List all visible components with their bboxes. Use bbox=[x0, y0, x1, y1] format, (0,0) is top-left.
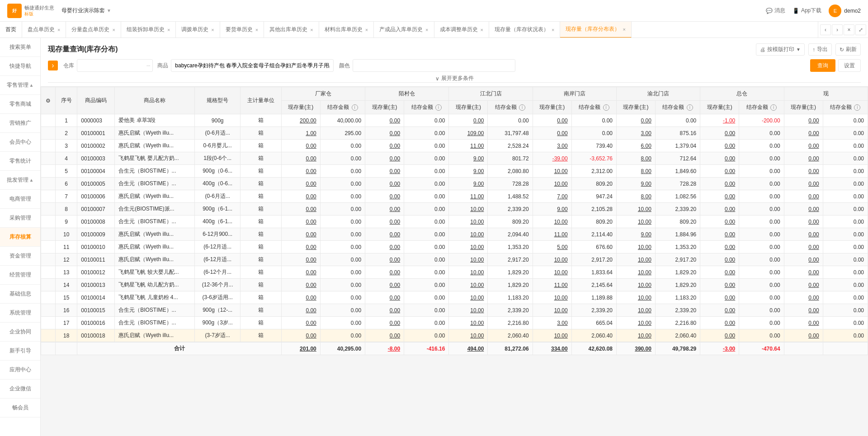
sidebar-item-member[interactable]: 会员中心 bbox=[0, 133, 40, 152]
main-layout: 搜索英单 快捷导航 零售管理 ▲ 零售商城 营销推广 会员中心 零售统计 批发管… bbox=[0, 38, 868, 436]
tab-prev-btn[interactable]: ‹ bbox=[820, 24, 831, 35]
refresh-btn[interactable]: ↻ 刷新 bbox=[835, 43, 861, 56]
table-cell: 0.00 bbox=[533, 127, 571, 140]
settings-icon[interactable]: ⚙ bbox=[46, 98, 51, 104]
table-cell: 0.00 bbox=[404, 279, 449, 291]
info-icon-c3[interactable]: i bbox=[519, 104, 525, 111]
sidebar-item-collab[interactable]: 企业协同 bbox=[0, 323, 40, 342]
sidebar-item-marketing[interactable]: 营销推广 bbox=[0, 114, 40, 133]
info-icon-c4[interactable]: i bbox=[603, 104, 609, 111]
table-cell: 0.00 bbox=[823, 216, 868, 228]
sidebar-item-wechat[interactable]: 企业微信 bbox=[0, 380, 40, 398]
app-download-btn[interactable]: 📱 App下载 bbox=[793, 7, 821, 14]
table-cell: 809.20 bbox=[571, 216, 616, 228]
sidebar-item-appcenter[interactable]: 应用中心 bbox=[0, 361, 40, 380]
sidebar-item-retail-mall[interactable]: 零售商城 bbox=[0, 95, 40, 114]
sidebar-item-retail-stats[interactable]: 零售统计 bbox=[0, 152, 40, 171]
close-tab-8[interactable]: × bbox=[425, 27, 428, 33]
table-cell: 0.00 bbox=[823, 304, 868, 317]
tab-1[interactable]: 盘点单历史 × bbox=[22, 22, 66, 38]
tab-home[interactable]: 首页 bbox=[0, 22, 22, 38]
export-btn[interactable]: ↑ 导出 bbox=[808, 43, 832, 56]
table-cell bbox=[41, 329, 56, 342]
tab-5[interactable]: 要货单历史 × bbox=[220, 22, 264, 38]
table-cell: 0.00 bbox=[320, 317, 365, 329]
expand-filter-btn[interactable]: › bbox=[48, 61, 58, 70]
info-icon-c1[interactable]: i bbox=[352, 104, 358, 111]
expand-more-btn[interactable]: ∨ 展开更多条件 bbox=[48, 75, 861, 82]
close-tab-9[interactable]: × bbox=[481, 27, 483, 33]
app-icon: 📱 bbox=[793, 8, 799, 14]
info-icon-c6[interactable]: i bbox=[770, 104, 777, 111]
tab-2[interactable]: 分量盘点单历史 × bbox=[66, 22, 121, 38]
goods-input[interactable] bbox=[171, 59, 334, 72]
table-cell bbox=[41, 178, 56, 190]
table-cell: 1,082.56 bbox=[655, 190, 700, 203]
close-tab-3[interactable]: × bbox=[167, 27, 170, 33]
sidebar-item-search[interactable]: 搜索英单 bbox=[0, 38, 40, 57]
sidebar-item-vip[interactable]: 畅会员 bbox=[0, 398, 40, 417]
table-cell: 0.00 bbox=[700, 317, 739, 329]
sidebar-item-finance[interactable]: 资金管理 bbox=[0, 247, 40, 266]
sidebar-item-basic-info[interactable]: 基础信息 bbox=[0, 285, 40, 304]
tab-10[interactable]: 现存量（库存状况表） × bbox=[489, 22, 560, 38]
tab-next-btn[interactable]: › bbox=[832, 24, 843, 35]
table-cell: 0.00 bbox=[449, 114, 488, 127]
tab-9[interactable]: 成本调整单历史 × bbox=[434, 22, 489, 38]
print-btn[interactable]: 🖨 按模版打印 ▼ bbox=[756, 43, 805, 56]
table-cell: 8.00 bbox=[617, 152, 656, 165]
table-cell: 295.00 bbox=[320, 127, 365, 140]
tab-11[interactable]: 现存量（库存分布表） × bbox=[560, 22, 631, 38]
tab-4[interactable]: 调拨单历史 × bbox=[176, 22, 220, 38]
page-title-row: 现存量查询(库存分布) 🖨 按模版打印 ▼ ↑ 导出 ↻ 刷新 bbox=[48, 43, 861, 56]
color-input[interactable] bbox=[353, 59, 515, 72]
tab-7[interactable]: 材料出库单历史 × bbox=[319, 22, 374, 38]
chevron-down-icon-print: ▼ bbox=[796, 47, 801, 52]
info-icon-c5[interactable]: i bbox=[687, 104, 693, 111]
close-tab-2[interactable]: × bbox=[112, 27, 115, 33]
message-btn[interactable]: 💬 消息 bbox=[766, 7, 785, 14]
th-settings[interactable]: ⚙ bbox=[41, 87, 56, 114]
close-tab-4[interactable]: × bbox=[211, 27, 214, 33]
tab-close-btn[interactable]: × bbox=[844, 24, 854, 35]
industry-selector[interactable]: 母婴行业演示陈套 ▼ bbox=[61, 7, 111, 14]
table-cell: 箱 bbox=[241, 127, 282, 140]
sidebar-item-purchase[interactable]: 采购管理 bbox=[0, 209, 40, 228]
close-tab-11[interactable]: × bbox=[623, 27, 625, 32]
close-tab-1[interactable]: × bbox=[57, 27, 60, 33]
tab-6[interactable]: 其他出库单历史 × bbox=[264, 22, 319, 38]
info-icon-c2[interactable]: i bbox=[435, 104, 442, 111]
sidebar-item-system[interactable]: 系统管理 bbox=[0, 304, 40, 323]
warehouse-input[interactable] bbox=[77, 59, 153, 72]
info-icon-c7[interactable]: i bbox=[854, 104, 860, 111]
table-cell: 5.00 bbox=[533, 241, 571, 253]
table-cell: 00100001 bbox=[77, 127, 115, 140]
setting-button[interactable]: 设置 bbox=[838, 59, 861, 72]
sidebar-item-guide[interactable]: 新手引导 bbox=[0, 342, 40, 361]
search-button[interactable]: 查询 bbox=[810, 59, 835, 72]
close-tab-7[interactable]: × bbox=[365, 27, 368, 33]
tab-3[interactable]: 组装拆卸单历史 × bbox=[121, 22, 176, 38]
sidebar-item-operations[interactable]: 经营管理 bbox=[0, 266, 40, 285]
sidebar-item-quicknav[interactable]: 快捷导航 bbox=[0, 57, 40, 76]
table-cell: 10.00 bbox=[617, 216, 656, 228]
table-cell: 箱 bbox=[241, 241, 282, 253]
tab-expand-btn[interactable]: ⤢ bbox=[855, 24, 866, 35]
close-tab-6[interactable]: × bbox=[310, 27, 313, 33]
user-profile[interactable]: E demo2 bbox=[829, 5, 861, 17]
tab-8[interactable]: 产成品入库单历史 × bbox=[374, 22, 434, 38]
sidebar-item-wholesale[interactable]: 批发管理 ▲ bbox=[0, 171, 40, 190]
close-tab-10[interactable]: × bbox=[552, 27, 554, 33]
close-tab-5[interactable]: × bbox=[255, 27, 258, 33]
table-cell: 箱 bbox=[241, 291, 282, 304]
table-cell: 900g bbox=[195, 114, 241, 127]
table-cell: 728.28 bbox=[655, 178, 700, 190]
table-cell: 0.00 bbox=[823, 165, 868, 178]
sidebar-item-inventory[interactable]: 库存核算 bbox=[0, 228, 40, 247]
table-cell: 2,216.80 bbox=[488, 317, 533, 329]
sidebar-item-ecommerce[interactable]: 电商管理 bbox=[0, 190, 40, 209]
table-cell: 11 bbox=[56, 241, 77, 253]
sidebar-item-retail-mgmt[interactable]: 零售管理 ▲ bbox=[0, 76, 40, 95]
content-area: 现存量查询(库存分布) 🖨 按模版打印 ▼ ↑ 导出 ↻ 刷新 bbox=[41, 38, 868, 436]
table-cell: (3-6岁适用... bbox=[195, 291, 241, 304]
